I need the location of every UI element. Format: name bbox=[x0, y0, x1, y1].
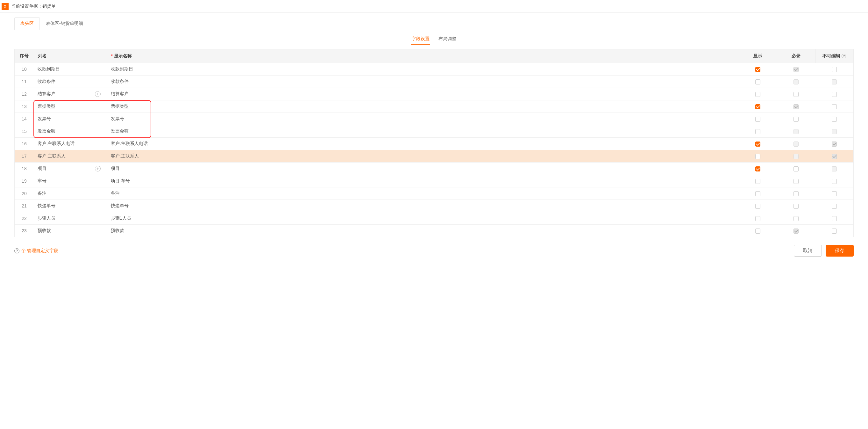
cell-show bbox=[739, 225, 777, 237]
show-checkbox[interactable] bbox=[755, 92, 761, 97]
cell-show bbox=[739, 101, 777, 113]
required-checkbox[interactable] bbox=[794, 216, 799, 221]
show-checkbox[interactable] bbox=[755, 104, 761, 109]
plus-icon[interactable]: + bbox=[95, 91, 101, 97]
cell-name: 步骤人员 bbox=[34, 212, 107, 225]
cell-show bbox=[739, 188, 777, 200]
cell-name: 票据类型 bbox=[34, 101, 107, 113]
cell-display-name[interactable]: 票据类型 bbox=[107, 101, 739, 113]
fields-table: 序号 列名 *显示名称 显示 必录 不可编辑? 10收款到期日收款到期日11收款… bbox=[14, 49, 854, 237]
expand-button[interactable] bbox=[2, 3, 9, 10]
manage-custom-fields-link[interactable]: 管理自定义字段 bbox=[21, 248, 58, 254]
cell-display-name[interactable]: 客户.主联系人电话 bbox=[107, 138, 739, 150]
cell-display-name[interactable]: 快递单号 bbox=[107, 200, 739, 212]
title-doc: 销货单 bbox=[42, 3, 56, 9]
field-name-label: 车号 bbox=[38, 178, 46, 184]
table-row[interactable]: 15发票金额发票金额 bbox=[14, 125, 854, 138]
table-row[interactable]: 20备注备注 bbox=[14, 188, 854, 200]
sub-tab-1[interactable]: 布局调整 bbox=[438, 34, 457, 45]
cell-show bbox=[739, 212, 777, 225]
cell-seq: 18 bbox=[14, 163, 34, 175]
show-checkbox[interactable] bbox=[755, 67, 761, 72]
cell-seq: 15 bbox=[14, 125, 34, 138]
cell-display-name[interactable]: 发票金额 bbox=[107, 125, 739, 138]
show-checkbox[interactable] bbox=[755, 191, 761, 196]
plus-icon[interactable]: + bbox=[95, 166, 101, 171]
cell-display-name[interactable]: 步骤1人员 bbox=[107, 212, 739, 225]
field-name-label: 收款条件 bbox=[38, 79, 55, 84]
cell-display-name[interactable]: 项目.车号 bbox=[107, 175, 739, 188]
cell-display-name[interactable]: 备注 bbox=[107, 188, 739, 200]
table-row[interactable]: 12结算客户+结算客户 bbox=[14, 88, 854, 101]
cell-name: 项目+ bbox=[34, 163, 107, 175]
show-checkbox[interactable] bbox=[755, 179, 761, 184]
readonly-checkbox[interactable] bbox=[832, 204, 837, 209]
cell-display-name[interactable]: 客户.主联系人 bbox=[107, 150, 739, 163]
cell-show bbox=[739, 88, 777, 101]
readonly-checkbox[interactable] bbox=[832, 191, 837, 196]
cell-show bbox=[739, 113, 777, 125]
table-row[interactable]: 23预收款预收款 bbox=[14, 225, 854, 237]
table-row[interactable]: 18项目+项目 bbox=[14, 163, 854, 175]
cell-readonly bbox=[815, 113, 854, 125]
cell-required bbox=[777, 163, 815, 175]
required-checkbox[interactable] bbox=[794, 191, 799, 196]
cell-display-name[interactable]: 结算客户 bbox=[107, 88, 739, 101]
main-tab-1[interactable]: 表体区-销货单明细 bbox=[40, 17, 89, 30]
readonly-checkbox[interactable] bbox=[832, 92, 837, 97]
readonly-checkbox[interactable] bbox=[832, 229, 837, 234]
required-checkbox[interactable] bbox=[794, 166, 799, 171]
table-row[interactable]: 13票据类型票据类型 bbox=[14, 101, 854, 113]
required-checkbox[interactable] bbox=[794, 179, 799, 184]
readonly-checkbox[interactable] bbox=[832, 104, 837, 109]
main-tab-0[interactable]: 表头区 bbox=[14, 17, 40, 30]
show-checkbox[interactable] bbox=[755, 129, 761, 134]
question-icon[interactable]: ? bbox=[14, 248, 20, 253]
sub-tab-0[interactable]: 字段设置 bbox=[411, 34, 430, 45]
readonly-checkbox[interactable] bbox=[832, 216, 837, 221]
cell-display-name[interactable]: 收款条件 bbox=[107, 76, 739, 88]
table-row[interactable]: 10收款到期日收款到期日 bbox=[14, 63, 854, 76]
table-row[interactable]: 11收款条件收款条件 bbox=[14, 76, 854, 88]
readonly-checkbox[interactable] bbox=[832, 179, 837, 184]
save-button[interactable]: 保存 bbox=[826, 245, 854, 257]
cell-readonly bbox=[815, 150, 854, 163]
cell-display-name[interactable]: 项目 bbox=[107, 163, 739, 175]
cell-name: 客户.主联系人电话 bbox=[34, 138, 107, 150]
table-row[interactable]: 21快递单号快递单号 bbox=[14, 200, 854, 212]
show-checkbox[interactable] bbox=[755, 216, 761, 221]
cell-display-name[interactable]: 预收款 bbox=[107, 225, 739, 237]
cell-show bbox=[739, 125, 777, 138]
help-icon[interactable]: ? bbox=[842, 54, 846, 58]
show-checkbox[interactable] bbox=[755, 154, 761, 159]
cell-required bbox=[777, 88, 815, 101]
title-prefix: 当前设置单据： bbox=[11, 3, 42, 9]
chevron-right-icon bbox=[3, 4, 7, 8]
show-checkbox[interactable] bbox=[755, 142, 761, 147]
readonly-checkbox[interactable] bbox=[832, 67, 837, 72]
readonly-checkbox bbox=[832, 142, 837, 147]
cell-readonly bbox=[815, 163, 854, 175]
table-row[interactable]: 19车号项目.车号 bbox=[14, 175, 854, 188]
cell-name: 结算客户+ bbox=[34, 88, 107, 101]
show-checkbox[interactable] bbox=[755, 204, 761, 209]
cell-seq: 12 bbox=[14, 88, 34, 101]
cell-readonly bbox=[815, 200, 854, 212]
required-checkbox[interactable] bbox=[794, 117, 799, 122]
readonly-checkbox[interactable] bbox=[832, 117, 837, 122]
cell-seq: 21 bbox=[14, 200, 34, 212]
required-checkbox[interactable] bbox=[794, 204, 799, 209]
field-name-label: 步骤人员 bbox=[38, 216, 55, 221]
table-row[interactable]: 16客户.主联系人电话客户.主联系人电话 bbox=[14, 138, 854, 150]
cell-display-name[interactable]: 收款到期日 bbox=[107, 63, 739, 76]
cell-display-name[interactable]: 发票号 bbox=[107, 113, 739, 125]
table-row[interactable]: 17客户.主联系人客户.主联系人 bbox=[14, 150, 854, 163]
cancel-button[interactable]: 取消 bbox=[794, 245, 822, 257]
show-checkbox[interactable] bbox=[755, 229, 761, 234]
show-checkbox[interactable] bbox=[755, 79, 761, 84]
table-row[interactable]: 14发票号发票号 bbox=[14, 113, 854, 125]
show-checkbox[interactable] bbox=[755, 166, 761, 171]
table-row[interactable]: 22步骤人员步骤1人员 bbox=[14, 212, 854, 225]
show-checkbox[interactable] bbox=[755, 117, 761, 122]
required-checkbox[interactable] bbox=[794, 92, 799, 97]
